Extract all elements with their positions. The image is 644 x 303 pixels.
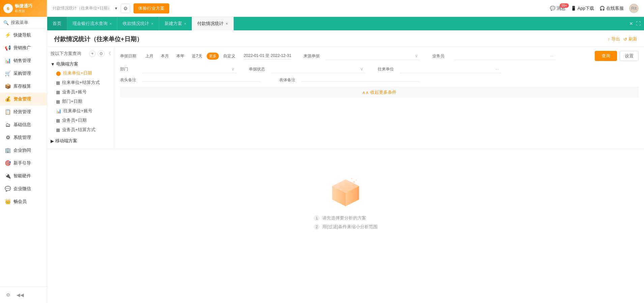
export-btn[interactable]: ↑ 导出 (608, 36, 620, 42)
date-label: 单据日期 (120, 53, 137, 59)
this-month-btn[interactable]: 本月 (158, 52, 172, 60)
close-all-tabs-btn[interactable]: ✕ (629, 21, 633, 26)
scheme-add-btn[interactable]: + (89, 50, 96, 57)
user-avatar[interactable]: Rit (629, 4, 639, 13)
filter-settings-btn[interactable]: 设置 (620, 51, 639, 61)
collapse-more-btn[interactable]: ∧∧ 收起更多条件 (120, 87, 639, 97)
sidebar-settings-btn[interactable]: ⚙ (3, 290, 13, 300)
wechat-icon: 💬 (5, 186, 11, 192)
body-remark-label: 表体备注 (279, 77, 296, 83)
notifications-btn[interactable]: 💬 消息 99+ (550, 5, 565, 11)
staff-select[interactable]: ··· (455, 52, 556, 60)
sidebar-item-wechat[interactable]: 💬 企业微信 (0, 182, 47, 195)
tab-new-plan[interactable]: 新建方案 × (159, 17, 192, 30)
scheme-item-staff-settlement[interactable]: ▦ 业务员+结算方式 (54, 125, 111, 134)
sidebar-item-finance[interactable]: 💰 资金管理 (0, 93, 47, 105)
sidebar-item-quick-nav[interactable]: ⚡ 快捷导航 (0, 29, 47, 41)
partner-select[interactable]: ··· (400, 65, 501, 73)
page-actions: ↑ 导出 ↺ 刷新 (608, 36, 638, 42)
custom-date-btn[interactable]: 自定义 (220, 52, 238, 60)
last-7-days-btn[interactable]: 近7天 (189, 52, 205, 60)
topbar-dropdown-btn[interactable]: ▾ (115, 6, 117, 11)
sidebar-item-basic[interactable]: 🗂 基础信息 (0, 118, 47, 131)
more-dates-btn[interactable]: 更多 (207, 53, 219, 60)
scheme-item-icon: ▦ (56, 118, 60, 123)
date-range-input[interactable]: 2022-01-01 至 2022-12-31 (244, 52, 291, 60)
scheme-item-icon: ▦ (56, 90, 60, 95)
topbar-right: 💬 消息 99+ 📱 App下载 🎧 在线客服 Rit (550, 4, 639, 13)
scheme-settings-btn[interactable]: ⊙ (98, 50, 105, 57)
sidebar: 6 畅捷通巧 标准版 🔍 搜索菜单 ⚡ 快捷导航 📢 营销推广 📊 销售管理 🛒… (0, 0, 47, 303)
body-remark-input[interactable] (301, 79, 419, 82)
sidebar-item-label: 畅会员 (13, 199, 27, 205)
sidebar-item-purchase[interactable]: 🛒 采购管理 (0, 67, 47, 80)
last-month-btn[interactable]: 上月 (142, 52, 156, 60)
scheme-items: ⬤ 往来单位+日期 ▦ 往来单位+结算方式 ▦ 业务员+账号 (51, 68, 111, 134)
chevron-up-icon: ∧∧ (362, 90, 369, 95)
expand-tabs-btn[interactable]: ⛶ (636, 21, 641, 26)
dept-select[interactable]: ∨ (142, 65, 237, 73)
empty-hint-2: 2 用[过滤]条件来缩小分析范围 (314, 224, 377, 230)
this-year-btn[interactable]: 本年 (173, 52, 187, 60)
sidebar-item-inventory[interactable]: 📦 库存核算 (0, 80, 47, 93)
scheme-item-staff-date[interactable]: ▦ 业务员+日期 (54, 116, 111, 125)
content-inner: 付款情况统计（往来单位+日期） ↑ 导出 ↺ 刷新 (47, 30, 644, 303)
scheme-mobile-group-title[interactable]: ▶ 移动端方案 (51, 137, 111, 145)
scheme-item-active-icon: ⬤ (56, 71, 61, 76)
sidebar-item-guide[interactable]: 🎯 新手引导 (0, 157, 47, 170)
page-title: 付款情况统计（往来单位+日期） (54, 35, 143, 43)
filter-right-area: 单据日期 上月 本月 本年 近7天 更多 自定义 2022-01-01 至 20… (115, 47, 644, 149)
sidebar-item-hardware[interactable]: 🔌 智能硬件 (0, 170, 47, 182)
chevron-right-icon: ▶ (51, 139, 54, 144)
scheme-item-icon: ▦ (56, 127, 60, 132)
sidebar-item-label: 企业协同 (13, 147, 31, 153)
sidebar-item-sales[interactable]: 📊 销售管理 (0, 54, 47, 67)
tab-new-plan-close[interactable]: × (184, 22, 186, 26)
search-menu[interactable]: 🔍 搜索菜单 (0, 17, 47, 29)
refresh-btn[interactable]: ↺ 刷新 (623, 36, 637, 42)
sidebar-item-system[interactable]: ⚙ 系统管理 (0, 131, 47, 144)
scheme-item-partner-settlement[interactable]: ▦ 往来单位+结算方式 (54, 78, 111, 87)
svg-point-3 (353, 181, 355, 183)
scheme-item-dept-date[interactable]: ▦ 部门+日期 (54, 97, 111, 106)
scheme-item-staff-account[interactable]: ▦ 业务员+账号 (54, 87, 111, 97)
scheme-header: 按以下方案查询 + ⊙ 《 (47, 50, 114, 60)
scheme-mobile-group: ▶ 移动端方案 (47, 137, 114, 145)
tab-bank-flow-close[interactable]: × (110, 22, 112, 26)
tab-payment-stats[interactable]: 付款情况统计 × (192, 17, 233, 30)
voucher-status-arrow: ∨ (360, 66, 363, 71)
trial-btn[interactable]: 体验行业方案 (134, 3, 169, 13)
sidebar-item-operation[interactable]: 📋 经营管理 (0, 105, 47, 118)
online-service-btn[interactable]: 🎧 在线客服 (599, 5, 624, 11)
sidebar-item-member[interactable]: 👑 畅会员 (0, 195, 47, 208)
sidebar-item-label: 经营管理 (13, 109, 31, 115)
hardware-icon: 🔌 (5, 173, 11, 179)
scheme-item-partner-account[interactable]: 📊 往来单位+账号 (54, 106, 111, 116)
scheme-collapse-btn[interactable]: 《 (107, 51, 111, 57)
tab-home[interactable]: 首页 (47, 17, 67, 30)
tabbar-controls: ✕ ⛶ (626, 17, 644, 30)
sidebar-collapse-btn[interactable]: ◀◀ (16, 290, 25, 300)
scheme-item-partner-date[interactable]: ⬤ 往来单位+日期 (54, 68, 111, 78)
source-select[interactable]: ∨ (326, 52, 420, 60)
header-remark-input[interactable] (142, 79, 260, 82)
tab-payment-stats-close[interactable]: × (226, 22, 228, 26)
tab-home-label: 首页 (53, 21, 61, 27)
scheme-desktop-group-title[interactable]: ▼ 电脑端方案 (51, 60, 111, 68)
tab-receipt-stats-close[interactable]: × (151, 22, 153, 26)
empty-hints: 1 请先选择要分析的方案 2 用[过滤]条件来缩小分析范围 (314, 215, 377, 230)
tab-bank-flow[interactable]: 现金银行流水查询 × (67, 17, 117, 30)
sidebar-item-marketing[interactable]: 📢 营销推广 (0, 41, 47, 54)
export-icon: ↑ (608, 37, 610, 42)
tab-payment-stats-label: 付款情况统计 (197, 21, 224, 27)
app-download-btn[interactable]: 📱 App下载 (571, 5, 594, 11)
sidebar-item-label: 新手引导 (13, 160, 31, 166)
sidebar-item-label: 销售管理 (13, 58, 31, 64)
sidebar-item-enterprise[interactable]: 🏢 企业协同 (0, 144, 47, 157)
query-btn[interactable]: 查询 (595, 51, 617, 61)
tab-receipt-stats[interactable]: 收款情况统计 × (117, 17, 159, 30)
sidebar-item-label: 系统管理 (13, 134, 31, 141)
filter-row-3: 表头备注 表体备注 (120, 77, 639, 83)
voucher-status-select[interactable]: ∨ (271, 65, 365, 73)
topbar-settings-btn[interactable]: ⚙ (121, 4, 130, 13)
